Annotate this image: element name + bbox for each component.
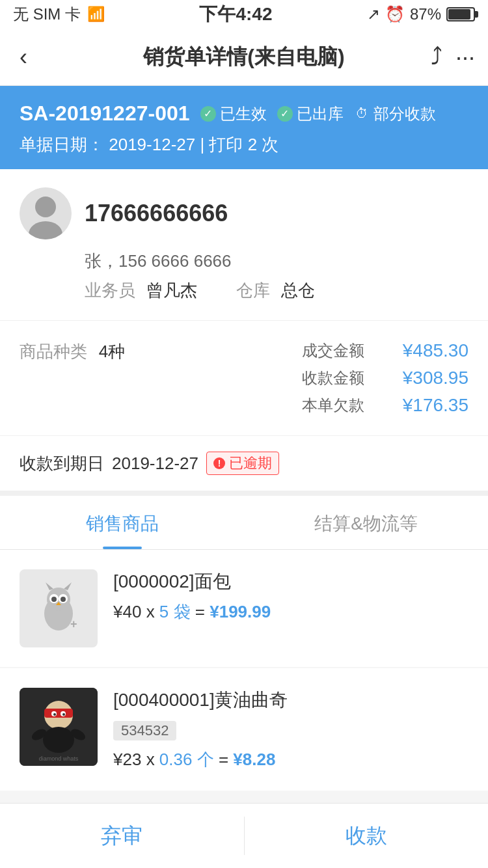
product-equals-1: = xyxy=(195,602,210,621)
overdue-dot-icon: ! xyxy=(213,457,225,469)
stats-section: 商品种类 4种 成交金额 ¥485.30 收款金额 ¥308.95 本单欠款 ¥… xyxy=(0,321,488,436)
product-unit-1: 袋 xyxy=(174,602,191,621)
product-price-2: ¥23 x 0.36 个 = ¥8.28 xyxy=(113,748,468,771)
product-thumb-1: + xyxy=(20,569,98,647)
svg-point-23 xyxy=(62,713,65,716)
clock-icon: ⏱ xyxy=(354,106,370,122)
print-label: 打印 xyxy=(209,135,243,154)
svg-text:+: + xyxy=(70,617,77,631)
order-id: SA-20191227-001 xyxy=(20,102,190,126)
svg-rect-16 xyxy=(44,709,73,718)
separator: | xyxy=(200,135,209,154)
product-image-1: + xyxy=(26,576,91,641)
status-left: 无 SIM 卡 📶 xyxy=(13,4,105,25)
nav-bar: ‹ 销货单详情(来自电脑) ⤴ ··· xyxy=(0,29,488,86)
owed-amount-value: ¥176.35 xyxy=(377,395,468,416)
customer-name-phone: 张，156 6666 6666 xyxy=(20,250,468,273)
product-qty-2: 0.36 xyxy=(159,750,193,769)
date-label: 单据日期： xyxy=(20,135,104,154)
product-total-2: ¥8.28 xyxy=(233,750,275,769)
product-name-1: [0000002]面包 xyxy=(113,569,468,594)
due-date-value: 2019-12-27 xyxy=(112,454,198,474)
product-multiply-1: x xyxy=(146,602,159,621)
bottom-bar: 弃审 收款 xyxy=(0,803,488,868)
svg-point-17 xyxy=(43,727,74,753)
due-date-section: 收款到期日 2019-12-27 ! 已逾期 xyxy=(0,436,488,496)
received-amount-value: ¥308.95 xyxy=(377,368,468,388)
product-item-1: + [0000002]面包 ¥40 x 5 袋 = ¥199.99 xyxy=(0,550,488,667)
stats-right: 成交金额 ¥485.30 收款金额 ¥308.95 本单欠款 ¥176.35 xyxy=(302,340,468,416)
wifi-icon: 📶 xyxy=(87,6,105,23)
warehouse-value: 总仓 xyxy=(281,280,315,300)
customer-section: 17666666666 张，156 6666 6666 业务员 曾凡杰 仓库 总… xyxy=(0,169,488,321)
product-multiply-2: x xyxy=(146,750,159,769)
order-header: SA-20191227-001 ✓ 已生效 ✓ 已出库 ⏱ 部分收款 单据日期：… xyxy=(0,86,488,169)
received-amount-row: 收款金额 ¥308.95 xyxy=(302,368,468,388)
more-icon[interactable]: ··· xyxy=(455,44,475,71)
sales-info: 业务员 曾凡杰 xyxy=(85,279,197,302)
warehouse-info: 仓库 总仓 xyxy=(236,279,315,302)
status-effective: ✓ 已生效 xyxy=(200,103,267,124)
product-unit-2: 个 xyxy=(197,750,214,769)
product-sku-2: 534532 xyxy=(113,721,176,740)
svg-point-1 xyxy=(35,197,56,217)
status-partial: ⏱ 部分收款 xyxy=(354,103,436,124)
product-thumb-2: diamond whats xyxy=(20,688,98,766)
product-type-label: 商品种类 xyxy=(20,342,87,361)
order-status-row: SA-20191227-001 ✓ 已生效 ✓ 已出库 ⏱ 部分收款 xyxy=(20,102,468,126)
payment-button[interactable]: 收款 xyxy=(245,804,489,868)
product-qty-1: 5 xyxy=(159,602,169,621)
tab-settlement[interactable]: 结算&物流等 xyxy=(244,496,488,549)
product-type-value: 4种 xyxy=(99,342,125,361)
print-count: 2 xyxy=(248,135,257,154)
svg-text:diamond whats: diamond whats xyxy=(39,755,79,762)
nav-actions: ⤴ ··· xyxy=(431,44,475,71)
product-price-1: ¥40 x 5 袋 = ¥199.99 xyxy=(113,601,468,623)
stats-left: 商品种类 4种 xyxy=(20,340,125,363)
print-unit: 次 xyxy=(262,135,278,154)
tabs-section: 销售商品 结算&物流等 xyxy=(0,496,488,550)
tab-sales-products[interactable]: 销售商品 xyxy=(0,496,244,549)
status-shipped-label: 已出库 xyxy=(297,103,344,124)
product-image-2: diamond whats xyxy=(20,688,98,766)
sales-value: 曾凡杰 xyxy=(146,280,197,300)
location-icon: ↗ xyxy=(367,5,380,23)
due-date-label: 收款到期日 xyxy=(20,452,104,475)
battery-icon xyxy=(446,7,475,21)
overdue-badge: ! 已逾期 xyxy=(206,452,279,475)
owed-amount-label: 本单欠款 xyxy=(302,395,364,416)
product-info-2: [000400001]黄油曲奇 534532 ¥23 x 0.36 个 = ¥8… xyxy=(113,688,468,771)
received-amount-label: 收款金额 xyxy=(302,368,364,388)
stats-row: 商品种类 4种 成交金额 ¥485.30 收款金额 ¥308.95 本单欠款 ¥… xyxy=(20,340,468,416)
share-icon[interactable]: ⤴ xyxy=(431,44,442,71)
carrier-label: 无 SIM 卡 xyxy=(13,4,81,25)
product-price-val-2: ¥23 xyxy=(113,750,141,769)
date-value: 2019-12-27 xyxy=(109,135,195,154)
battery-label: 87% xyxy=(410,5,441,23)
deal-amount-row: 成交金额 ¥485.30 xyxy=(302,340,468,361)
page-title: 销货单详情(来自电脑) xyxy=(143,43,344,72)
tab-settlement-label: 结算&物流等 xyxy=(314,513,418,534)
tab-sales-label: 销售商品 xyxy=(86,513,159,534)
header-date-row: 单据日期： 2019-12-27 | 打印 2 次 xyxy=(20,133,468,156)
avatar xyxy=(20,187,72,239)
overdue-text: 已逾期 xyxy=(229,454,272,473)
svg-point-22 xyxy=(53,713,56,716)
product-type-row: 商品种类 4种 xyxy=(20,340,125,363)
status-bar: 无 SIM 卡 📶 下午4:42 ↗ ⏰ 87% xyxy=(0,0,488,29)
product-name-2: [000400001]黄油曲奇 xyxy=(113,688,468,712)
product-total-1: ¥199.99 xyxy=(210,602,271,621)
svg-point-10 xyxy=(51,597,57,602)
deal-amount-label: 成交金额 xyxy=(302,340,364,361)
product-info-1: [0000002]面包 ¥40 x 5 袋 = ¥199.99 xyxy=(113,569,468,623)
owed-amount-row: 本单欠款 ¥176.35 xyxy=(302,395,468,416)
product-item-2: diamond whats [000400001]黄油曲奇 534532 ¥23… xyxy=(0,668,488,791)
customer-row: 17666666666 xyxy=(20,187,468,239)
status-shipped: ✓ 已出库 xyxy=(277,103,344,124)
svg-point-11 xyxy=(61,597,66,602)
check-icon-2: ✓ xyxy=(277,106,293,122)
deal-amount-value: ¥485.30 xyxy=(377,340,468,361)
cancel-review-button[interactable]: 弃审 xyxy=(0,804,244,868)
customer-meta: 业务员 曾凡杰 仓库 总仓 xyxy=(20,279,468,302)
back-button[interactable]: ‹ xyxy=(13,37,34,77)
